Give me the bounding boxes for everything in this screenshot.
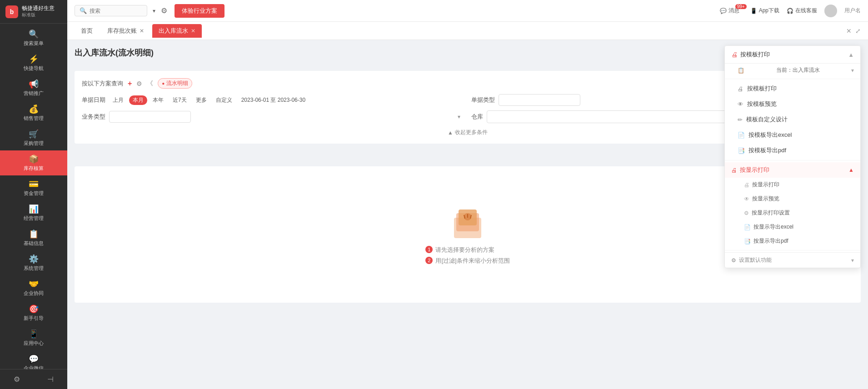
industry-btn[interactable]: 体验行业方案 (175, 4, 224, 18)
empty-tips: 1 请先选择要分析的方案 2 用[过滤]条件来缩小分析范围 (425, 246, 509, 265)
section-chevron-up-icon: ▲ (848, 167, 854, 173)
search-icon: 🔍 (80, 7, 87, 14)
footer-chevron-icon: ▾ (851, 257, 854, 264)
settings-default-icon: ⚙ (731, 257, 736, 264)
sub-label-display-pdf: 按显示导出pdf (753, 237, 788, 245)
date-btn-本年[interactable]: 本年 (149, 95, 167, 105)
sidebar-item-search[interactable]: 🔍搜索菜单 (0, 25, 67, 50)
sub-label-display-settings: 按显示打印设置 (752, 209, 790, 217)
date-field-label: 单据日期 (82, 96, 105, 104)
sidebar-settings-btn[interactable]: ⚙ (10, 373, 24, 385)
maximize-btn[interactable]: ⤢ (855, 27, 861, 35)
header-search-box[interactable]: 🔍 (75, 5, 147, 16)
sidebar-icon-quick-nav: ⚡ (29, 54, 39, 64)
dropdown-sub-item-display-preview[interactable]: 👁 按显示预览 (725, 192, 860, 206)
doctype-select[interactable] (499, 94, 580, 106)
dropdown-label-template-preview: 按模板预览 (747, 100, 777, 108)
sidebar: b 畅捷通好生意 标准版 🔍搜索菜单⚡快捷导航📢营销推广💰销售管理🛒采购管理📦库… (0, 0, 67, 389)
customer-service-btn[interactable]: 🎧 在线客服 (787, 7, 817, 15)
dropdown-item-template-print[interactable]: 🖨 按模板打印 (725, 81, 860, 96)
biztype-select[interactable] (109, 111, 191, 123)
sidebar-item-wechat[interactable]: 💬企业微信 (0, 350, 67, 369)
sidebar-toggle-btn[interactable]: ⊣ (44, 373, 57, 385)
headset-icon: 🎧 (787, 8, 793, 14)
date-btn-上月[interactable]: 上月 (109, 95, 127, 105)
filter-add-btn[interactable]: + (128, 80, 132, 88)
tab-batch-ledger[interactable]: 库存批次账✕ (101, 24, 150, 38)
filter-settings-btn[interactable]: ⚙ (136, 80, 142, 87)
dropdown-sub-item-display-pdf[interactable]: 📑 按显示导出pdf (725, 234, 860, 248)
sidebar-icon-search: 🔍 (29, 29, 39, 39)
print-icon-1: 🖨 (738, 85, 743, 92)
app-download-btn[interactable]: 📱 App下载 (750, 7, 779, 15)
sidebar-icon-finance: 💳 (29, 179, 39, 189)
sidebar-item-operations[interactable]: 📊经营管理 (0, 200, 67, 225)
user-avatar[interactable] (824, 5, 837, 17)
search-input[interactable] (90, 8, 135, 14)
filter-tag[interactable]: ● 流水明细 (158, 78, 192, 89)
sidebar-item-quick-nav[interactable]: ⚡快捷导航 (0, 50, 67, 75)
dropdown-arrows: ▲ (848, 51, 854, 58)
display-print-section-header[interactable]: 🖨 按显示打印 ▲ (725, 162, 860, 178)
tip-text-1: 请先选择要分析的方案 (435, 246, 494, 254)
dropdown-current[interactable]: 📋 当前：出入库流水 ▾ (725, 64, 860, 77)
dropdown-item-template-pdf[interactable]: 📑 按模板导出pdf (725, 143, 860, 158)
phone-icon: 📱 (750, 8, 757, 14)
user-name: 用户名 (844, 7, 861, 15)
tabs-bar: 首页库存批次账✕出入库流水✕ ✕ ⤢ (67, 22, 868, 40)
date-btn-自定义[interactable]: 自定义 (212, 95, 236, 105)
tab-label-batch-ledger: 库存批次账 (107, 27, 137, 35)
gear-icon[interactable]: ⚙ (161, 6, 167, 15)
preview-icon-1: 👁 (738, 101, 743, 108)
date-btn-近7天[interactable]: 近7天 (169, 95, 190, 105)
tab-home[interactable]: 首页 (75, 24, 99, 38)
message-btn[interactable]: 💬 消息 99+ (720, 7, 743, 15)
header-dropdown[interactable]: ▾ (153, 8, 155, 14)
dropdown-item-template-preview[interactable]: 👁 按模板预览 (725, 96, 860, 112)
sidebar-item-guide[interactable]: 🎯新手引导 (0, 300, 67, 325)
biztype-chevron-icon: ▾ (458, 114, 460, 120)
dropdown-sub-item-display-settings[interactable]: ⚙ 按显示打印设置 (725, 206, 860, 220)
filter-tag-label: 流水明细 (166, 80, 188, 87)
empty-tip-2: 2 用[过滤]条件来缩小分析范围 (425, 257, 509, 265)
sidebar-item-system[interactable]: ⚙️系统管理 (0, 250, 67, 275)
date-btn-本月[interactable]: 本月 (129, 95, 147, 105)
dropdown-item-template-excel[interactable]: 📄 按模板导出excel (725, 127, 860, 143)
dropdown-item-template-design[interactable]: ✏ 模板自定义设计 (725, 112, 860, 127)
dropdown-sub-item-display-print[interactable]: 🖨 按显示打印 (725, 178, 860, 192)
sidebar-item-basic-info[interactable]: 📋基础信息 (0, 225, 67, 250)
empty-tip-1: 1 请先选择要分析的方案 (425, 246, 509, 254)
sidebar-item-cooperation[interactable]: 🤝企业协同 (0, 275, 67, 300)
sidebar-item-app-center[interactable]: 📱应用中心 (0, 325, 67, 350)
tab-close-batch-ledger[interactable]: ✕ (140, 28, 144, 34)
current-chevron-icon: ▾ (851, 67, 854, 74)
dropdown-footer[interactable]: ⚙ 设置默认功能 ▾ (725, 252, 860, 268)
date-btn-更多[interactable]: 更多 (192, 95, 210, 105)
biztype-select-wrap: ▾ (109, 111, 464, 123)
chevron-up-icon2: ▲ (848, 51, 854, 58)
tab-label-inout-flow: 出入库流水 (159, 27, 188, 35)
current-icon: 📋 (738, 67, 744, 74)
dropdown-title-label: 按模板打印 (740, 50, 770, 59)
excel-icon-1: 📄 (738, 132, 745, 139)
sidebar-label-quick-nav: 快捷导航 (24, 65, 44, 72)
sidebar-item-marketing[interactable]: 📢营销推广 (0, 75, 67, 100)
sidebar-label-marketing: 营销推广 (24, 90, 44, 97)
date-range-display: 2023-06-01 至 2023-06-30 (241, 96, 305, 104)
tab-inout-flow[interactable]: 出入库流水✕ (152, 24, 202, 38)
dropdown-sub-item-display-excel[interactable]: 📄 按显示导出excel (725, 220, 860, 234)
sidebar-item-finance[interactable]: 💳资金管理 (0, 175, 67, 200)
sidebar-nav: 🔍搜索菜单⚡快捷导航📢营销推广💰销售管理🛒采购管理📦库存核算💳资金管理📊经营管理… (0, 24, 67, 369)
sub-settings-icon: ⚙ (744, 210, 749, 216)
settings-default-label: 设置默认功能 (739, 256, 772, 264)
sidebar-item-sales[interactable]: 💰销售管理 (0, 100, 67, 125)
filter-collapse-btn[interactable]: 《 (147, 80, 153, 88)
sidebar-icon-sales: 💰 (29, 104, 39, 114)
sidebar-item-inventory[interactable]: 📦库存核算 (0, 150, 67, 175)
chevron-down-icon: ▾ (153, 8, 155, 14)
message-badge: 99+ (735, 4, 747, 9)
close-window-btn[interactable]: ✕ (846, 27, 852, 35)
sub-label-display-preview: 按显示预览 (752, 195, 779, 203)
sidebar-item-purchase[interactable]: 🛒采购管理 (0, 125, 67, 150)
tab-close-inout-flow[interactable]: ✕ (191, 28, 195, 34)
